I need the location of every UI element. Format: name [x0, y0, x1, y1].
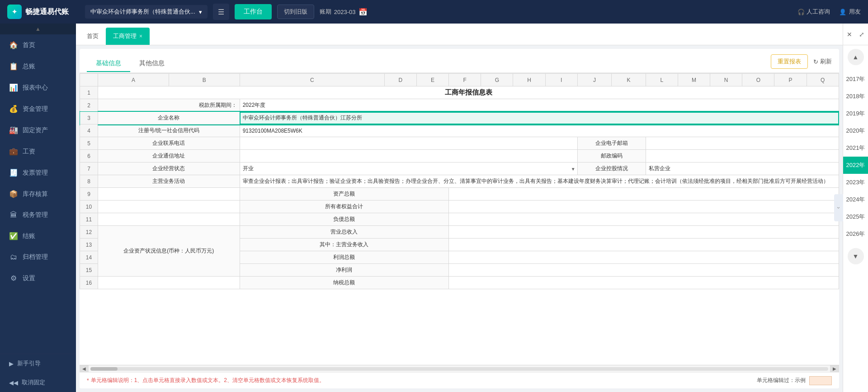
refresh-button[interactable]: ↻ 刷新	[813, 57, 832, 66]
sidebar-unpin[interactable]: ◀◀ 取消固定	[0, 373, 76, 392]
sub-tab-basic[interactable]: 基础信息	[87, 56, 130, 72]
total-profit-label: 利润总额	[240, 251, 448, 264]
scroll-track[interactable]	[90, 367, 828, 371]
holding-value[interactable]: 私营企业	[646, 163, 839, 175]
table-row: 5 企业联系电话 企业电子邮箱	[80, 137, 839, 150]
settings-icon: ⚙	[9, 274, 18, 282]
postcode-value[interactable]	[646, 150, 839, 163]
top-header: ✦ 畅捷通易代账 中审众环会计师事务所（特殊普通合伙... ▾ ☰ 工作台 切到…	[0, 0, 868, 24]
reset-button[interactable]: 重置报表	[771, 54, 808, 69]
sidebar-item-invoice[interactable]: 🧾 发票管理	[0, 162, 76, 183]
total-revenue-value[interactable]	[449, 226, 839, 239]
main-revenue-value[interactable]	[449, 239, 839, 251]
sub-tab-other[interactable]: 其他信息	[130, 56, 174, 72]
sidebar-item-reports[interactable]: 📊 报表中心	[0, 77, 76, 98]
year-nav-down[interactable]: ▼	[848, 248, 864, 264]
year-item[interactable]: 2020年	[843, 122, 868, 139]
year-item[interactable]: 2023年	[843, 174, 868, 191]
net-profit-value[interactable]	[449, 264, 839, 277]
reports-icon: 📊	[9, 83, 18, 92]
user-area[interactable]: 👤 用友	[839, 8, 861, 16]
assets-section-placeholder	[98, 188, 240, 201]
total-tax-value[interactable]	[449, 277, 839, 289]
title-cell[interactable]: 工商年报信息表	[98, 86, 839, 99]
period-value[interactable]: 2022年度	[240, 99, 839, 112]
sidebar-item-inventory[interactable]: 📦 库存核算	[0, 183, 76, 205]
h-scrollbar[interactable]: ◀ ▶	[80, 365, 839, 372]
chevron-right-icon: ›	[835, 207, 842, 209]
year-item[interactable]: 2022年	[843, 157, 868, 174]
workbench-button[interactable]: 工作台	[235, 4, 272, 19]
sidebar-item-funds[interactable]: 💰 资金管理	[0, 98, 76, 120]
old-version-button[interactable]: 切到旧版	[277, 5, 314, 19]
table-row: 3 企业名称 中审众环会计师事务所（特殊普通合伙）江苏分所	[80, 112, 839, 124]
expand-icon[interactable]: ⤢	[859, 31, 864, 38]
period-prefix: 账期	[320, 8, 331, 16]
calendar-icon[interactable]: 📅	[359, 8, 368, 16]
liabilities-value[interactable]	[449, 213, 839, 226]
main-panel: 基础信息 其他信息 重置报表 ↻ 刷新	[80, 49, 839, 388]
company-name-label: 企业名称	[98, 112, 240, 124]
scroll-right-btn[interactable]: ▶	[830, 365, 839, 373]
scroll-left-btn[interactable]: ◀	[80, 365, 89, 373]
service-button[interactable]: 🎧 人工咨询	[797, 8, 830, 16]
col-header-d: D	[384, 74, 416, 86]
row-num-16: 16	[80, 277, 98, 289]
tab-business[interactable]: 工商管理 ×	[106, 28, 150, 45]
table-row: 7 企业经营状态 开业 ▼ 企业控股情况 私营企业	[80, 163, 839, 175]
business-value[interactable]: 审查企业会计报表；出具审计报告；验证企业资本；出具验资报告；办理企业合开、分立、…	[240, 175, 839, 188]
panel-collapse-btn[interactable]: ›	[834, 194, 843, 221]
sidebar-item-assets[interactable]: 🏭 固定资产	[0, 120, 76, 141]
reg-value[interactable]: 91320100MA208E5W6K	[240, 124, 839, 137]
sidebar-item-archive[interactable]: 🗂 归档管理	[0, 247, 76, 268]
year-item[interactable]: 2021年	[843, 139, 868, 157]
sidebar-item-tax[interactable]: 🏛 税务管理	[0, 205, 76, 225]
spreadsheet-container: A B C D E F G H I J K L	[80, 73, 839, 372]
phone-value[interactable]	[240, 137, 577, 150]
col-header-j: J	[577, 74, 612, 86]
sidebar-item-salary[interactable]: 💼 工资	[0, 141, 76, 162]
play-icon: ▶	[9, 360, 14, 367]
sidebar-new-guide[interactable]: ▶ 新手引导	[0, 354, 76, 373]
logo-area: ✦ 畅捷通易代账	[7, 5, 80, 19]
email-value[interactable]	[646, 137, 839, 150]
scroll-thumb[interactable]	[90, 367, 118, 371]
main-revenue-label: 其中：主营业务收入	[240, 239, 448, 251]
sidebar-item-ledger[interactable]: 📋 总账	[0, 56, 76, 77]
status-value[interactable]: 开业 ▼	[240, 163, 577, 175]
sidebar-item-settings[interactable]: ⚙ 设置	[0, 268, 76, 289]
year-item[interactable]: 2018年	[843, 88, 868, 105]
year-item[interactable]: 2024年	[843, 191, 868, 208]
total-assets-value[interactable]	[449, 188, 839, 201]
tab-home[interactable]: 首页	[81, 28, 104, 45]
year-list: 2017年2018年2019年2020年2021年2022年2023年2024年…	[843, 67, 868, 246]
chevron-down-icon: ▾	[199, 9, 202, 15]
company-icon-btn[interactable]: ☰	[213, 4, 229, 20]
sidebar-label-assets: 固定资产	[23, 126, 48, 134]
table-row: 8 主营业务活动 审查企业会计报表；出具审计报告；验证企业资本；出具验资报告；办…	[80, 175, 839, 188]
total-profit-value[interactable]	[449, 251, 839, 264]
sidebar-item-home[interactable]: 🏠 首页	[0, 34, 76, 56]
year-item[interactable]: 2025年	[843, 208, 868, 225]
sidebar-scroll-up[interactable]: ▲	[0, 24, 76, 34]
equity-value[interactable]	[449, 201, 839, 213]
year-item[interactable]: 2019年	[843, 105, 868, 122]
total-tax-label: 纳税总额	[240, 277, 448, 289]
close-icon[interactable]: ✕	[847, 31, 852, 38]
year-nav-up[interactable]: ▲	[848, 49, 864, 65]
phone-label: 企业联系电话	[98, 137, 240, 150]
tab-close-icon[interactable]: ×	[139, 33, 142, 39]
year-item[interactable]: 2017年	[843, 71, 868, 88]
address-value[interactable]	[240, 150, 577, 163]
period-area: 账期 2023-03 📅	[320, 8, 368, 16]
sidebar-label-invoice: 发票管理	[23, 169, 48, 177]
sheet-table-wrap[interactable]: A B C D E F G H I J K L	[80, 73, 839, 365]
company-selector[interactable]: 中审众环会计师事务所（特殊普通合伙... ▾	[85, 5, 208, 19]
sidebar-item-settlement[interactable]: ✅ 结账	[0, 225, 76, 247]
sidebar-label-inventory: 库存核算	[23, 190, 48, 198]
year-item[interactable]: 2026年	[843, 225, 868, 243]
assets-icon: 🏭	[9, 126, 18, 134]
sub-tabs: 基础信息 其他信息 重置报表 ↻ 刷新	[80, 49, 839, 73]
company-name-value[interactable]: 中审众环会计师事务所（特殊普通合伙）江苏分所	[240, 112, 839, 124]
col-header-n: N	[710, 74, 742, 86]
